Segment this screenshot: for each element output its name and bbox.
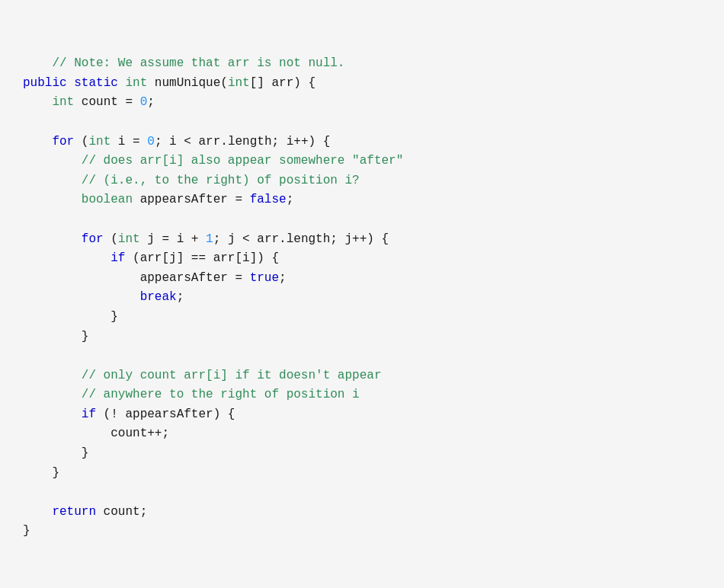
boolean-line: boolean appearsAfter = false; [82,193,293,206]
return-line: return count; [52,505,147,519]
code-container: // Note: We assume that arr is not null.… [0,0,724,588]
method-sig-line: public static int numUnique(int[] arr) { [23,76,316,90]
comment-only-count: // only count arr[i] if it doesn't appea… [82,369,382,382]
close-for-outer: } [52,466,59,480]
close-if-inner: } [111,310,118,324]
if-not-line: if (! appearsAfter) { [82,407,235,421]
count-pp-line: count++; [111,427,169,440]
close-if-not: } [82,446,89,460]
comment-anywhere-right: // anywhere to the right of position i [82,388,360,401]
break-line: break; [140,290,184,304]
code-block: // Note: We assume that arr is not null.… [23,15,701,561]
appears-true-line: appearsAfter = true; [140,271,287,285]
comment-note: // Note: We assume that arr is not null. [52,56,344,70]
for-inner-line: for (int j = i + 1; j < arr.length; j++)… [82,232,389,246]
int-count-line: int count = 0; [52,95,154,109]
comment-does-arr: // does arr[i] also appear somewhere "af… [82,154,403,168]
close-for-inner: } [82,330,89,344]
comment-ie-right: // (i.e., to the right) of position i? [82,174,360,187]
for-outer-line: for (int i = 0; i < arr.length; i++) { [52,135,330,149]
if-arr-line: if (arr[j] == arr[i]) { [111,251,279,265]
close-method: } [23,524,30,538]
